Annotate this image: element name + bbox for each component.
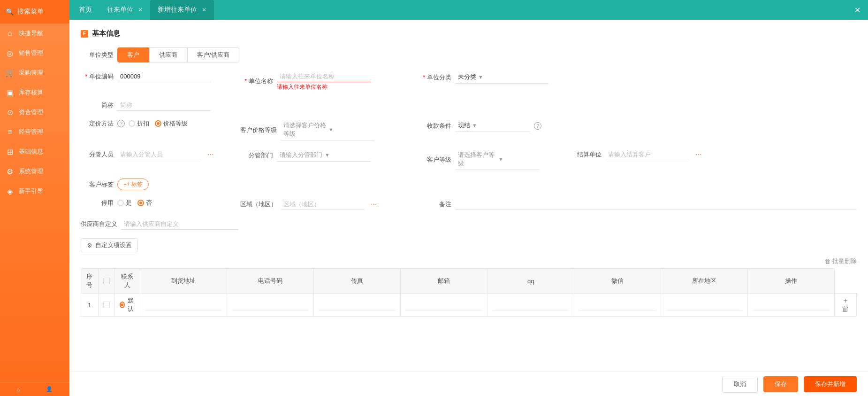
disabled-area-row: 停用 是 否 区域（地区） ··· <box>81 199 857 210</box>
sidebar-item-label: 新手引导 <box>19 187 43 195</box>
section-header: F 基本信息 <box>81 29 857 38</box>
supplier-custom-input[interactable] <box>121 218 238 230</box>
abbr-input[interactable] <box>117 100 211 111</box>
table-header-7: qq <box>487 269 574 294</box>
payment-terms-select[interactable]: 现结 ▼ <box>455 119 530 132</box>
unit-code-input[interactable] <box>117 71 211 82</box>
unit-category-value: 未分类 <box>458 73 476 81</box>
tab-partners[interactable]: 往来单位✕ <box>99 0 150 20</box>
settlement-input[interactable] <box>605 149 690 160</box>
payment-terms-value: 现结 <box>458 121 470 130</box>
pricing-help-icon[interactable]: ? <box>117 120 125 127</box>
row-qq[interactable] <box>574 294 661 317</box>
radio-discount-circle <box>129 120 135 127</box>
sidebar-home-btn[interactable]: ⌂ <box>17 387 20 392</box>
unit-type-label: 单位类型 <box>81 51 114 59</box>
tab-home[interactable]: 首页 <box>71 0 99 20</box>
manager-more-btn[interactable]: ··· <box>206 150 215 159</box>
remark-input[interactable] <box>455 199 857 210</box>
table-header-4: 电话号码 <box>227 269 314 294</box>
batch-delete-btn[interactable]: 🗑 批量删除 <box>824 257 857 265</box>
supplier-custom-group: 供应商自定义 <box>81 218 857 230</box>
abbr-group: 简称 <box>81 100 240 111</box>
unit-category-select[interactable]: 未分类 ▼ <box>455 71 549 84</box>
search-icon: 🔍 <box>6 8 14 16</box>
settlement-more-btn[interactable]: ··· <box>693 150 703 159</box>
payment-terms-help[interactable]: ? <box>534 122 541 130</box>
sidebar-item-base[interactable]: ⊞ 基础信息 <box>0 142 69 162</box>
sidebar-item-operations[interactable]: ≡ 经营管理 <box>0 122 69 142</box>
tab-close-new-partner[interactable]: ✕ <box>202 7 206 13</box>
close-all-tabs-btn[interactable]: ✕ <box>849 6 866 15</box>
manager-row: 分管人员 ··· 分管部门 请输入分管部门 ▼ 客户等级 请选择客户等级 ▼ 结… <box>81 149 857 170</box>
sidebar-item-quick-nav[interactable]: ⌂ 快捷导航 <box>0 23 69 43</box>
radio-yes[interactable]: 是 <box>117 199 132 207</box>
table-header-8: 微信 <box>574 269 661 294</box>
customer-level-select[interactable]: 请选择客户等级 ▼ <box>455 149 540 170</box>
area-input[interactable] <box>281 199 365 210</box>
dept-label: 分管部门 <box>240 151 273 160</box>
settlement-group: 结算单位 ··· <box>569 149 719 160</box>
sidebar-item-label: 系统管理 <box>19 167 43 176</box>
row-index: 1 <box>81 294 99 317</box>
sidebar-item-label: 资金管理 <box>19 108 43 116</box>
row-checkbox-input[interactable] <box>103 302 110 308</box>
disabled-label: 停用 <box>81 199 114 207</box>
abbr-label: 简称 <box>81 101 114 109</box>
sidebar-item-guide[interactable]: ◈ 新手引导 <box>0 181 69 201</box>
radio-discount[interactable]: 折扣 <box>129 119 149 128</box>
row-phone[interactable] <box>314 294 401 317</box>
disabled-radio-group: 是 否 <box>117 199 152 207</box>
row-email[interactable] <box>487 294 574 317</box>
custom-settings-btn[interactable]: ⚙ 自定义项设置 <box>81 238 138 252</box>
type-btn-customer[interactable]: 客户 <box>117 47 149 62</box>
area-more-btn[interactable]: ··· <box>369 200 379 209</box>
table-header-6: 邮箱 <box>401 269 487 294</box>
system-icon: ⚙ <box>6 167 14 176</box>
sidebar-item-purchase[interactable]: 🛒 采购管理 <box>0 63 69 83</box>
manager-group: 分管人员 ··· <box>81 149 240 160</box>
row-wechat[interactable] <box>661 294 748 317</box>
row-add-btn[interactable]: + <box>842 296 849 304</box>
payment-terms-label: 收款条件 <box>419 122 451 130</box>
operations-icon: ≡ <box>6 128 14 136</box>
sidebar-item-finance[interactable]: ⊙ 资金管理 <box>0 102 69 122</box>
tab-new-partner[interactable]: 新增往来单位✕ <box>150 0 214 20</box>
customer-level-arrow: ▼ <box>498 156 537 162</box>
unit-name-input[interactable] <box>277 71 371 82</box>
dept-select[interactable]: 请输入分管部门 ▼ <box>277 149 371 162</box>
add-tag-btn[interactable]: + + 标签 <box>117 179 149 190</box>
row-checkbox[interactable] <box>98 294 114 317</box>
sidebar-item-label: 基础信息 <box>19 148 43 156</box>
row-contact[interactable] <box>140 294 227 317</box>
table-header-checkbox[interactable] <box>103 278 110 284</box>
tab-close-partners[interactable]: ✕ <box>138 7 143 13</box>
sidebar-search[interactable]: 🔍 搜索菜单 <box>0 4 69 20</box>
manager-input[interactable] <box>117 149 202 160</box>
save-button[interactable]: 保存 <box>763 376 798 392</box>
row-default-radio[interactable]: 默认 <box>120 296 136 313</box>
sidebar-item-inventory[interactable]: ▣ 库存核算 <box>0 83 69 102</box>
row-region[interactable] <box>748 294 835 317</box>
radio-no[interactable]: 否 <box>137 199 152 207</box>
radio-price-level[interactable]: 价格等级 <box>155 119 188 128</box>
disabled-group: 停用 是 否 <box>81 199 240 207</box>
row-delete-btn[interactable]: 🗑 <box>840 305 851 313</box>
row-default: 默认 <box>114 294 140 317</box>
type-btn-both[interactable]: 客户/供应商 <box>187 47 239 62</box>
settlement-label: 结算单位 <box>569 150 602 159</box>
sidebar-item-sales[interactable]: ◎ 销售管理 <box>0 43 69 63</box>
cancel-button[interactable]: 取消 <box>722 376 758 393</box>
type-btn-supplier[interactable]: 供应商 <box>149 47 187 62</box>
unit-category-group: 单位分类 未分类 ▼ <box>419 71 569 84</box>
row-fax[interactable] <box>401 294 487 317</box>
sidebar-item-system[interactable]: ⚙ 系统管理 <box>0 162 69 181</box>
unit-code-name-row: 单位编码 单位名称 请输入往来单位名称 单位分类 未分类 ▼ <box>81 71 857 91</box>
unit-name-group: 单位名称 请输入往来单位名称 <box>240 71 419 91</box>
save-new-button[interactable]: 保存并新增 <box>804 376 857 392</box>
row-address[interactable] <box>227 294 314 317</box>
dept-arrow: ▼ <box>325 152 368 158</box>
sidebar-user-btn[interactable]: 👤 <box>46 386 53 392</box>
table-header: 序号联系人到货地址电话号码传真邮箱qq微信所在地区操作 <box>81 269 857 294</box>
price-level-select[interactable]: 请选择客户价格等级 ▼ <box>281 119 374 140</box>
